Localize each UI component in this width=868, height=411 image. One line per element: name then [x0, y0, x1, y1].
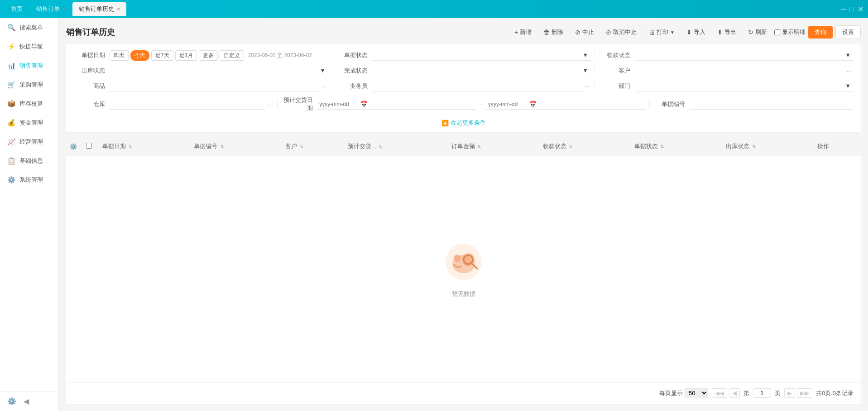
- refresh-button[interactable]: ↻ 刷新: [743, 26, 772, 39]
- divider-6: [595, 82, 595, 90]
- delivery-date-to-input[interactable]: [486, 99, 527, 109]
- product-dots[interactable]: ···: [320, 83, 328, 90]
- page-nav: ◀◀ ◀ 第 页 ▶ ▶▶: [712, 388, 812, 398]
- tab-home-label: 首页: [11, 5, 23, 13]
- page-label: 第: [742, 389, 751, 397]
- th-amount[interactable]: 订单金额 ⇅: [448, 138, 539, 155]
- order-status-select[interactable]: ▼: [372, 50, 591, 61]
- th-date[interactable]: 单据日期 ⇅: [99, 138, 190, 155]
- completion-select[interactable]: ▼: [372, 65, 591, 76]
- sidebar-item-quick-nav[interactable]: ⚡ 快捷导航: [0, 37, 58, 56]
- window-max-btn[interactable]: □: [849, 5, 854, 14]
- sidebar-item-ops-mgmt-label: 经营管理: [19, 138, 43, 146]
- today-btn[interactable]: 今天: [130, 50, 149, 61]
- tab-home[interactable]: 首页: [5, 2, 29, 16]
- th-customer-label: 客户: [285, 143, 297, 150]
- stop-button[interactable]: ⊘ 中止: [571, 26, 599, 39]
- th-receipt-status-label: 收款状态: [543, 143, 566, 150]
- warehouse-input[interactable]: [110, 99, 265, 110]
- th-settings[interactable]: ⚙️: [66, 138, 82, 155]
- salesrep-input[interactable]: [372, 81, 582, 92]
- page-number-input[interactable]: [753, 388, 771, 398]
- settings-button[interactable]: 设置: [835, 25, 861, 39]
- delivery-date-to-wrapper: 📅: [486, 99, 646, 110]
- last1m-btn[interactable]: 近1月: [175, 50, 197, 61]
- collapse-button[interactable]: 🔼 收起更多条件: [73, 117, 854, 127]
- last-page-btn[interactable]: ▶▶: [797, 388, 812, 398]
- show-details-checkbox[interactable]: 显示明细: [774, 28, 806, 36]
- date-filter-label: 单据日期: [73, 51, 110, 59]
- delivery-date-from-icon[interactable]: 📅: [360, 101, 368, 108]
- order-status-filter: ▼: [372, 50, 591, 61]
- sidebar-item-quick-nav-label: 快捷导航: [19, 43, 43, 51]
- settings-icon[interactable]: ⚙️: [70, 143, 77, 150]
- department-dropdown-icon: ▼: [845, 82, 851, 89]
- sidebar-settings-icon[interactable]: ⚙️: [7, 397, 16, 406]
- th-order-no[interactable]: 单据编号 ⇅: [190, 138, 282, 155]
- customer-dots[interactable]: ···: [845, 68, 854, 74]
- warehouse-filter: ···: [110, 99, 273, 110]
- cancel-stop-icon: ⊘: [606, 29, 611, 36]
- salesrep-filter: ···: [372, 81, 591, 92]
- toolbar: + 新增 🗑 删除 ⊘ 中止 ⊘ 取消中止 🖨 打印: [510, 25, 861, 39]
- tab-sales-order-close[interactable]: ×: [62, 6, 65, 12]
- import-icon: ⬇: [686, 29, 692, 36]
- sidebar-item-inventory-calc[interactable]: 📦 库存核算: [0, 94, 58, 113]
- first-page-btn[interactable]: ◀◀: [712, 388, 727, 398]
- import-button[interactable]: ⬇ 导入: [682, 26, 710, 39]
- th-outbound-status[interactable]: 出库状态 ⇅: [722, 138, 814, 155]
- next-page-btn[interactable]: ▶: [784, 388, 795, 398]
- window-close-btn[interactable]: ✕: [858, 5, 863, 14]
- tab-sales-order-history-close[interactable]: ×: [117, 6, 120, 12]
- print-button[interactable]: 🖨 打印 ▼: [644, 26, 679, 39]
- sidebar-item-purchase-mgmt[interactable]: 🛒 采购管理: [0, 75, 58, 94]
- delivery-date-from-input[interactable]: [317, 99, 358, 109]
- query-button[interactable]: 查询: [808, 26, 833, 39]
- outbound-select[interactable]: ▼: [110, 65, 328, 76]
- window-min-btn[interactable]: ─: [841, 5, 846, 14]
- more-btn[interactable]: 更多: [199, 50, 218, 61]
- th-order-status[interactable]: 单据状态 ⇅: [631, 138, 722, 155]
- sidebar-item-ops-mgmt[interactable]: 📈 经营管理: [0, 132, 58, 151]
- filter-row-4: 仓库 ··· 预计交货日期 📅 — 📅: [73, 96, 854, 112]
- th-order-no-label: 单据编号: [194, 143, 217, 150]
- product-input[interactable]: [110, 81, 320, 92]
- warehouse-dots[interactable]: ···: [265, 101, 273, 108]
- show-details-input[interactable]: [774, 29, 780, 35]
- cancel-stop-label: 取消中止: [613, 28, 637, 36]
- custom-btn[interactable]: 自定义: [220, 50, 244, 61]
- department-select[interactable]: ▼: [635, 81, 854, 92]
- th-checkbox[interactable]: [82, 138, 99, 155]
- order-no-filter: [690, 99, 854, 110]
- th-receipt-status[interactable]: 收款状态 ⇅: [539, 138, 631, 155]
- add-button[interactable]: + 新增: [510, 26, 536, 39]
- sidebar-item-finance-mgmt[interactable]: 💰 资金管理: [0, 113, 58, 132]
- delivery-date-to-icon[interactable]: 📅: [529, 101, 537, 108]
- prev-page-btn[interactable]: ◀: [729, 388, 740, 398]
- last7-btn[interactable]: 近7天: [151, 50, 173, 61]
- receipt-status-select[interactable]: ▼: [635, 50, 854, 61]
- tab-sales-order-history[interactable]: 销售订单历史 ×: [72, 2, 126, 16]
- sort-delivery-date-icon: ⇅: [379, 144, 382, 149]
- customer-input[interactable]: [635, 65, 845, 76]
- delete-button[interactable]: 🗑 删除: [539, 26, 568, 39]
- th-delivery-date[interactable]: 预计交货... ⇅: [344, 138, 448, 155]
- inventory-calc-icon: 📦: [7, 100, 16, 108]
- quick-nav-icon: ⚡: [7, 43, 16, 51]
- sidebar-item-sales-mgmt[interactable]: 📊 销售管理: [0, 56, 58, 75]
- sidebar-item-basic-info[interactable]: 📋 基础信息: [0, 151, 58, 170]
- sort-receipt-status-icon: ⇅: [569, 144, 572, 149]
- tab-sales-order[interactable]: 销售订单 ×: [30, 2, 72, 16]
- page-size-select[interactable]: 10 20 50 100: [685, 388, 708, 398]
- th-customer[interactable]: 客户 ⇅: [282, 138, 344, 155]
- cancel-stop-button[interactable]: ⊘ 取消中止: [601, 26, 641, 39]
- select-all-checkbox[interactable]: [86, 143, 92, 149]
- export-button[interactable]: ⬆ 导出: [713, 26, 741, 39]
- salesrep-dots[interactable]: ···: [582, 83, 591, 90]
- sys-mgmt-icon: ⚙️: [7, 176, 16, 184]
- sidebar-item-search-menu[interactable]: 🔍 搜索菜单: [0, 18, 58, 37]
- sidebar-item-sys-mgmt[interactable]: ⚙️ 系统管理: [0, 170, 58, 189]
- order-no-input[interactable]: [690, 99, 854, 110]
- sidebar-collapse-icon[interactable]: ◀: [24, 397, 29, 406]
- yesterday-btn[interactable]: 昨天: [110, 50, 129, 61]
